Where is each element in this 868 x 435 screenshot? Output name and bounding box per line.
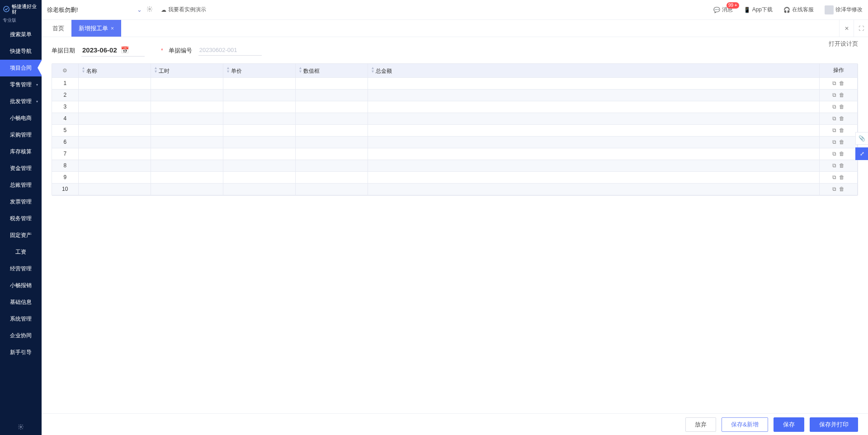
sidebar-item-18[interactable]: 企业协同: [0, 327, 42, 344]
support-button[interactable]: 🎧 在线客服: [783, 6, 814, 14]
col-worktime[interactable]: ▴▾工时: [151, 64, 223, 77]
cell-worktime[interactable]: [151, 171, 223, 183]
col-name[interactable]: ▴▾名称: [78, 64, 151, 77]
copy-row-button[interactable]: ⧉: [832, 174, 836, 180]
cell-worktime[interactable]: [151, 89, 223, 101]
delete-row-button[interactable]: 🗑: [839, 92, 844, 98]
sidebar-item-9[interactable]: 总账管理: [0, 177, 42, 194]
sidebar-item-14[interactable]: 经营管理: [0, 260, 42, 277]
copy-row-button[interactable]: ⧉: [832, 127, 836, 133]
delete-row-button[interactable]: 🗑: [839, 151, 844, 157]
sidebar-item-13[interactable]: 工资: [0, 244, 42, 260]
cell-total[interactable]: [368, 171, 820, 183]
cell-numbox[interactable]: [295, 89, 368, 101]
delete-row-button[interactable]: 🗑: [839, 186, 844, 192]
cell-numbox[interactable]: [295, 148, 368, 160]
save-and-new-button[interactable]: 保存&新增: [722, 417, 768, 432]
delete-row-button[interactable]: 🗑: [839, 104, 844, 110]
sidebar-item-1[interactable]: 快捷导航: [0, 43, 42, 60]
cell-worktime[interactable]: [151, 148, 223, 160]
tab-new-worksheet[interactable]: 新增报工单 ×: [71, 20, 121, 37]
cell-total[interactable]: [368, 89, 820, 101]
cell-numbox[interactable]: [295, 183, 368, 195]
cell-total[interactable]: [368, 101, 820, 113]
cell-worktime[interactable]: [151, 113, 223, 124]
col-settings[interactable]: ⚙: [52, 64, 78, 77]
attachment-button[interactable]: 📎: [855, 132, 868, 145]
sidebar-item-15[interactable]: 小畅报销: [0, 277, 42, 294]
cell-price[interactable]: [223, 113, 295, 124]
cell-total[interactable]: [368, 77, 820, 89]
cell-name[interactable]: [78, 77, 151, 89]
cell-worktime[interactable]: [151, 77, 223, 89]
save-and-print-button[interactable]: 保存并打印: [810, 417, 858, 432]
col-price[interactable]: ▴▾单价: [223, 64, 295, 77]
sidebar-item-7[interactable]: 库存核算: [0, 143, 42, 160]
cell-name[interactable]: [78, 89, 151, 101]
delete-row-button[interactable]: 🗑: [839, 115, 844, 122]
number-input[interactable]: 20230602-001: [198, 46, 262, 56]
cell-name[interactable]: [78, 171, 151, 183]
col-numbox[interactable]: ▴▾数值框: [295, 64, 368, 77]
demo-link[interactable]: ☁ 我要看实例演示: [161, 6, 206, 14]
user-menu[interactable]: 徐泽华修改: [825, 5, 863, 14]
cell-total[interactable]: [368, 160, 820, 171]
cell-numbox[interactable]: [295, 124, 368, 136]
delete-row-button[interactable]: 🗑: [839, 139, 844, 145]
delete-row-button[interactable]: 🗑: [839, 162, 844, 169]
app-download-button[interactable]: 📱 App下载: [744, 6, 773, 14]
copy-row-button[interactable]: ⧉: [832, 186, 836, 192]
cell-numbox[interactable]: [295, 160, 368, 171]
copy-row-button[interactable]: ⧉: [832, 139, 836, 145]
sidebar-item-0[interactable]: 搜索菜单: [0, 26, 42, 43]
delete-row-button[interactable]: 🗑: [839, 80, 844, 86]
save-button[interactable]: 保存: [774, 417, 804, 432]
cell-total[interactable]: [368, 183, 820, 195]
copy-row-button[interactable]: ⧉: [832, 92, 836, 98]
cell-name[interactable]: [78, 136, 151, 148]
cell-price[interactable]: [223, 160, 295, 171]
copy-row-button[interactable]: ⧉: [832, 151, 836, 157]
cell-price[interactable]: [223, 77, 295, 89]
delete-row-button[interactable]: 🗑: [839, 174, 844, 180]
sidebar-item-6[interactable]: 采购管理: [0, 127, 42, 143]
cell-worktime[interactable]: [151, 101, 223, 113]
close-icon[interactable]: ×: [111, 25, 114, 32]
sidebar-item-2[interactable]: 项目合同: [0, 60, 42, 76]
copy-row-button[interactable]: ⧉: [832, 162, 836, 169]
tab-close-button[interactable]: ✕: [839, 20, 854, 37]
sidebar-item-12[interactable]: 固定资产: [0, 227, 42, 244]
cell-name[interactable]: [78, 160, 151, 171]
cell-price[interactable]: [223, 171, 295, 183]
cell-worktime[interactable]: [151, 136, 223, 148]
sidebar-item-16[interactable]: 基础信息: [0, 294, 42, 311]
cell-worktime[interactable]: [151, 124, 223, 136]
cell-numbox[interactable]: [295, 171, 368, 183]
cell-price[interactable]: [223, 148, 295, 160]
sidebar-settings[interactable]: [0, 420, 42, 435]
date-input[interactable]: 2023-06-02 📅: [81, 45, 145, 57]
cell-price[interactable]: [223, 183, 295, 195]
sidebar-item-3[interactable]: 零售管理: [0, 76, 42, 93]
cell-price[interactable]: [223, 101, 295, 113]
sidebar-item-10[interactable]: 发票管理: [0, 194, 42, 210]
cell-numbox[interactable]: [295, 113, 368, 124]
company-selector[interactable]: 徐老板勿删! ⌄: [47, 6, 142, 14]
cell-worktime[interactable]: [151, 160, 223, 171]
sidebar-item-4[interactable]: 批发管理: [0, 93, 42, 110]
cell-total[interactable]: [368, 113, 820, 124]
sidebar-item-8[interactable]: 资金管理: [0, 160, 42, 177]
copy-row-button[interactable]: ⧉: [832, 104, 836, 110]
tab-home[interactable]: 首页: [45, 20, 71, 37]
delete-row-button[interactable]: 🗑: [839, 127, 844, 133]
messages-button[interactable]: 💬 消息 99 +: [713, 6, 733, 14]
cell-name[interactable]: [78, 148, 151, 160]
discard-button[interactable]: 放弃: [685, 417, 716, 432]
cell-price[interactable]: [223, 89, 295, 101]
cell-price[interactable]: [223, 124, 295, 136]
open-designer-link[interactable]: 打开设计页: [829, 40, 858, 48]
cell-numbox[interactable]: [295, 136, 368, 148]
fullscreen-button[interactable]: ⛶: [854, 20, 868, 37]
copy-row-button[interactable]: ⧉: [832, 115, 836, 122]
cell-name[interactable]: [78, 183, 151, 195]
